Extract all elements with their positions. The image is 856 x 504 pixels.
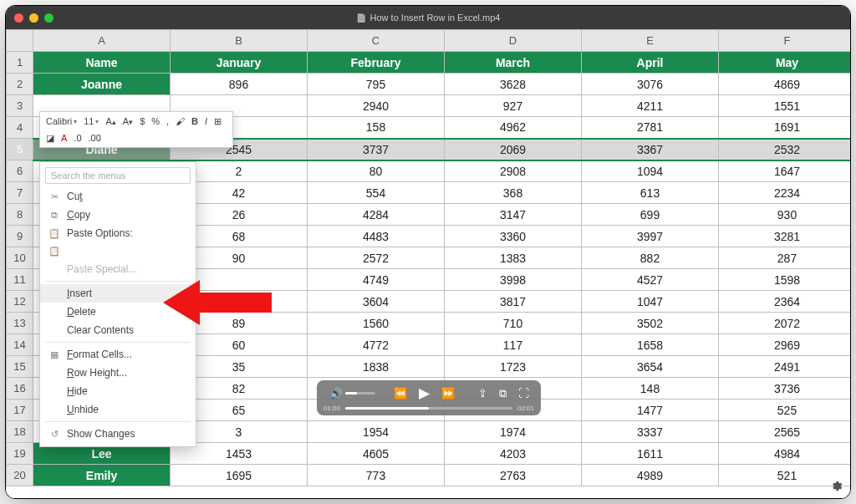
- cell[interactable]: 80: [308, 160, 445, 182]
- cell[interactable]: 1695: [171, 465, 308, 486]
- cell[interactable]: Name: [33, 52, 171, 74]
- cell[interactable]: 2364: [719, 291, 851, 313]
- row-number[interactable]: 12: [7, 291, 33, 313]
- table-row[interactable]: 1 Name January February March April May: [7, 52, 851, 74]
- menu-item-unhide[interactable]: Unhide: [40, 400, 196, 419]
- fill-color-icon[interactable]: ◪: [43, 132, 57, 145]
- zoom-icon[interactable]: [44, 13, 54, 23]
- cell[interactable]: 3367: [582, 139, 719, 160]
- italic-button[interactable]: I: [202, 115, 210, 127]
- bold-button[interactable]: B: [189, 115, 201, 127]
- col-header[interactable]: D: [445, 30, 582, 52]
- cell[interactable]: 2069: [445, 139, 582, 160]
- menu-item-hide[interactable]: Hide: [40, 382, 196, 400]
- percent-icon[interactable]: %: [149, 115, 162, 127]
- cell[interactable]: 368: [445, 182, 582, 204]
- cell[interactable]: 3628: [445, 74, 582, 95]
- row-number[interactable]: 4: [7, 117, 33, 139]
- fullscreen-icon[interactable]: ⛶: [518, 387, 529, 400]
- cell[interactable]: 1383: [445, 247, 582, 269]
- cell[interactable]: 3076: [582, 74, 719, 95]
- cell[interactable]: 1611: [582, 443, 719, 465]
- cell[interactable]: February: [308, 52, 445, 74]
- cell[interactable]: 3337: [582, 421, 719, 443]
- row-number[interactable]: 18: [7, 421, 33, 443]
- col-header[interactable]: F: [719, 30, 851, 52]
- cell[interactable]: 4211: [582, 95, 719, 117]
- forward-icon[interactable]: ⏩: [441, 387, 455, 400]
- cell[interactable]: 4989: [582, 465, 719, 486]
- cell[interactable]: 4483: [308, 226, 445, 247]
- increase-decimal-icon[interactable]: .00: [86, 132, 104, 144]
- menu-item-cut[interactable]: ✂Cut: [40, 187, 196, 206]
- cell[interactable]: 3736: [719, 378, 851, 400]
- minimize-icon[interactable]: [29, 13, 38, 23]
- row-number[interactable]: 17: [7, 400, 33, 421]
- row-number[interactable]: 10: [7, 247, 33, 269]
- decrease-font-icon[interactable]: A▾: [120, 115, 135, 127]
- row-number[interactable]: 2: [7, 74, 33, 95]
- menu-search-input[interactable]: Search the menus: [45, 167, 191, 184]
- cell[interactable]: January: [171, 52, 308, 74]
- cell[interactable]: 1723: [445, 356, 582, 378]
- cell[interactable]: Joanne: [33, 74, 171, 95]
- cell[interactable]: 2532: [719, 139, 851, 160]
- cell[interactable]: 896: [171, 74, 308, 95]
- video-scrubber[interactable]: [345, 407, 512, 410]
- cell[interactable]: 287: [719, 247, 851, 269]
- cell[interactable]: 117: [445, 334, 582, 356]
- cell[interactable]: 930: [719, 204, 851, 226]
- cell[interactable]: March: [445, 52, 582, 74]
- cell[interactable]: 3997: [582, 226, 719, 247]
- row-number[interactable]: 6: [7, 160, 33, 182]
- spreadsheet[interactable]: A B C D E F 1 Name January February Marc…: [6, 29, 850, 498]
- video-controls[interactable]: 🔊 ⏪ ▶ ⏩ ⇪ ⧉ ⛶ 01:00 02:01: [317, 380, 541, 415]
- cell[interactable]: 525: [719, 400, 851, 421]
- row-number[interactable]: 19: [7, 443, 33, 465]
- row-number[interactable]: 7: [7, 182, 33, 204]
- cell[interactable]: 3654: [582, 356, 719, 378]
- share-icon[interactable]: ⇪: [478, 387, 487, 400]
- font-size-dropdown[interactable]: 11: [81, 115, 101, 127]
- close-icon[interactable]: [14, 13, 23, 23]
- cell[interactable]: 2908: [445, 160, 582, 182]
- cell[interactable]: 1047: [582, 291, 719, 313]
- rewind-icon[interactable]: ⏪: [394, 387, 407, 400]
- cell[interactable]: 2565: [719, 421, 851, 443]
- cell[interactable]: 148: [582, 378, 719, 400]
- decrease-decimal-icon[interactable]: .0: [71, 132, 84, 144]
- col-header[interactable]: C: [308, 30, 445, 52]
- volume-control[interactable]: 🔊: [329, 387, 375, 400]
- cell[interactable]: 3998: [445, 269, 582, 291]
- cell[interactable]: 3604: [308, 291, 445, 313]
- cell[interactable]: 710: [445, 313, 582, 334]
- table-row[interactable]: 20Emily169577327634989521: [7, 465, 851, 486]
- cell[interactable]: 2072: [719, 313, 851, 334]
- cell[interactable]: 4605: [308, 443, 445, 465]
- gear-icon[interactable]: [830, 480, 843, 492]
- format-painter-icon[interactable]: 🖌: [173, 115, 187, 127]
- menu-item-copy[interactable]: ⧉Copy: [40, 206, 196, 224]
- menu-item-row-height[interactable]: Row Height...: [40, 364, 196, 382]
- row-number[interactable]: 20: [7, 465, 33, 486]
- cell[interactable]: 158: [308, 117, 445, 139]
- borders-icon[interactable]: ⊞: [211, 115, 224, 128]
- pip-icon[interactable]: ⧉: [499, 387, 507, 400]
- cell[interactable]: 4527: [582, 269, 719, 291]
- cell[interactable]: 699: [582, 204, 719, 226]
- cell[interactable]: 1598: [719, 269, 851, 291]
- cell[interactable]: 4962: [445, 117, 582, 139]
- cell[interactable]: 3737: [308, 139, 445, 160]
- cell[interactable]: 1094: [582, 160, 719, 182]
- cell[interactable]: 3360: [445, 226, 582, 247]
- cell[interactable]: 3502: [582, 313, 719, 334]
- cell[interactable]: 2234: [719, 182, 851, 204]
- cell[interactable]: 613: [582, 182, 719, 204]
- font-color-icon[interactable]: A: [59, 132, 69, 144]
- cell[interactable]: 4203: [445, 443, 582, 465]
- cell[interactable]: 1954: [308, 421, 445, 443]
- cell[interactable]: 1551: [719, 95, 851, 117]
- row-number[interactable]: 3: [7, 95, 33, 117]
- cell[interactable]: 3281: [719, 226, 851, 247]
- cell[interactable]: 3147: [445, 204, 582, 226]
